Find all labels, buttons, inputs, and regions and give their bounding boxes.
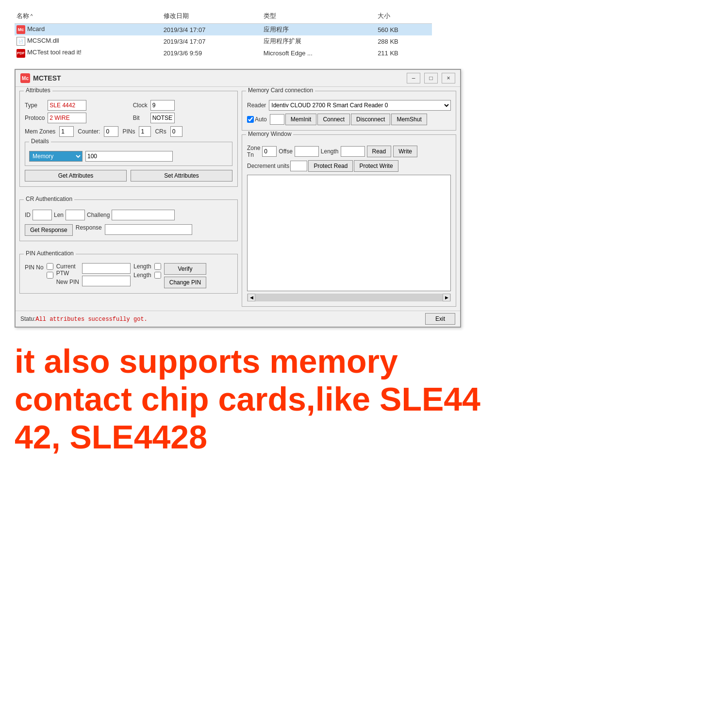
scroll-right-arrow[interactable]: ▶ — [443, 294, 450, 301]
disconnect-button[interactable]: Disconnect — [351, 114, 390, 125]
attributes-legend: Attributes — [24, 87, 52, 94]
new-pin-label: New PIN — [56, 279, 79, 285]
details-value-input[interactable] — [85, 151, 173, 162]
verify-button[interactable]: Verify — [164, 263, 206, 275]
col-name[interactable]: 名称 — [15, 10, 162, 24]
write-button[interactable]: Write — [393, 146, 417, 157]
details-dropdown[interactable]: MemoryCounterCR — [29, 151, 83, 162]
exit-button[interactable]: Exit — [425, 313, 455, 325]
cr-auth-group: CR Authentication ID Len Challeng Get Re… — [19, 199, 238, 241]
mem-shut-button[interactable]: MemShut — [391, 114, 427, 125]
bottom-text: it also supports memory contact chip car… — [15, 342, 524, 456]
minimize-button[interactable]: – — [407, 73, 420, 83]
reader-select[interactable]: Identiv CLOUD 2700 R Smart Card Reader 0 — [269, 100, 451, 111]
pin-no-checkbox[interactable] — [47, 263, 53, 270]
counter-input[interactable] — [104, 126, 118, 137]
protect-row: Decrement units Protect Read Protect Wri… — [247, 160, 451, 172]
cr-response-label: Response — [76, 224, 102, 236]
auto-checkbox[interactable] — [247, 116, 254, 123]
pin-no-label: PIN No — [25, 263, 44, 271]
cr-challenge-input[interactable] — [112, 210, 175, 220]
clock-input[interactable] — [150, 100, 175, 111]
scroll-track[interactable] — [255, 294, 443, 301]
pins-label: PINs — [122, 128, 135, 135]
length1-label: Length — [133, 263, 151, 270]
protect-write-button[interactable]: Protect Write — [354, 160, 398, 172]
decrement-label: Decrement units — [247, 163, 289, 169]
col-size[interactable]: 大小 — [376, 10, 432, 24]
file-name: 📄MCSCM.dll — [15, 35, 162, 47]
cr-len-label: Len — [54, 212, 64, 218]
read-button[interactable]: Read — [367, 146, 392, 157]
length2-label: Length — [133, 272, 151, 279]
set-attributes-button[interactable]: Set Attributes — [131, 170, 232, 182]
cr-id-label: ID — [25, 212, 31, 218]
crs-label: CRs — [155, 128, 166, 135]
details-legend: Details — [29, 138, 51, 145]
cr-id-input[interactable] — [33, 210, 52, 220]
clock-label: Clock — [133, 102, 148, 109]
pin-labels-col: Current PTW New PIN — [56, 263, 79, 285]
bit-label: Bit — [133, 115, 148, 121]
status-label: Statu: — [20, 315, 35, 322]
cr-challenge-label: Challeng — [87, 212, 110, 218]
window-body: Attributes Type Clock Protoco Bit Mem Zo… — [16, 87, 460, 311]
pin-rows: PIN No Current PTW New PIN — [25, 263, 232, 288]
current-ptw-label: Current PTW — [56, 263, 79, 277]
file-row[interactable]: 📄MCSCM.dll 2019/3/4 17:07 应用程序扩展 288 KB — [15, 35, 432, 47]
connect-button[interactable]: Connect — [317, 114, 350, 125]
memory-window-group: Memory Window Zone Tn Offse Length Read … — [242, 134, 456, 307]
col-date[interactable]: 修改日期 — [162, 10, 262, 24]
zone-input[interactable] — [262, 146, 277, 157]
length1-checkbox[interactable] — [154, 263, 161, 270]
pin-checkbox2[interactable] — [47, 272, 53, 279]
file-type: 应用程序 — [262, 24, 376, 36]
file-row[interactable]: McMcard 2019/3/4 17:07 应用程序 560 KB — [15, 24, 432, 36]
right-panel: Memory Card connection Reader Identiv CL… — [242, 91, 456, 307]
scroll-left-arrow[interactable]: ◀ — [248, 294, 255, 301]
change-pin-button[interactable]: Change PIN — [164, 277, 206, 288]
decrement-input[interactable] — [290, 161, 307, 171]
get-attributes-button[interactable]: Get Attributes — [25, 170, 127, 182]
length-input[interactable] — [341, 146, 365, 157]
cr-response-input[interactable] — [105, 224, 192, 235]
mem-zones-input[interactable] — [59, 126, 74, 137]
memory-textarea[interactable] — [247, 175, 451, 291]
mw-length-label: Length — [321, 148, 339, 155]
close-button[interactable]: × — [442, 73, 455, 83]
type-input[interactable] — [48, 100, 86, 111]
col-type[interactable]: 类型 — [262, 10, 376, 24]
offset-input[interactable] — [295, 146, 319, 157]
pin-auth-group: PIN Authentication PIN No Current PTW Ne… — [19, 254, 238, 294]
cr-buttons: Get Response Response — [25, 224, 232, 236]
protocol-input[interactable] — [48, 113, 86, 123]
file-name: McMcard — [15, 24, 162, 36]
file-row[interactable]: PDFMCTest tool read it! 2019/3/6 9:59 Mi… — [15, 47, 432, 59]
new-pin-input[interactable] — [82, 276, 131, 286]
pin-action-buttons: Verify Change PIN — [164, 263, 206, 288]
crs-input[interactable] — [170, 126, 182, 137]
maximize-button[interactable]: □ — [424, 73, 438, 83]
dll-icon: 📄 — [17, 37, 25, 46]
titlebar-left: Mc MCTEST — [20, 73, 61, 83]
attributes-group: Attributes Type Clock Protoco Bit Mem Zo… — [19, 91, 238, 187]
pdf-icon: PDF — [17, 49, 25, 58]
reader-row: Reader Identiv CLOUD 2700 R Smart Card R… — [247, 100, 451, 111]
mem-card-legend: Memory Card connection — [246, 87, 315, 94]
get-response-button[interactable]: Get Response — [25, 224, 73, 236]
horizontal-scrollbar[interactable]: ◀ ▶ — [247, 294, 451, 301]
mem-zones-row: Mem Zones Counter: PINs CRs — [25, 126, 232, 137]
pin-length-labels: Length Length — [133, 263, 151, 279]
mem-zones-label: Mem Zones — [25, 128, 55, 135]
pins-input[interactable] — [139, 126, 151, 137]
mem-init-button[interactable]: MemInit — [285, 114, 317, 125]
current-pin-input[interactable] — [82, 263, 131, 274]
bit-input[interactable] — [150, 113, 175, 123]
protect-read-button[interactable]: Protect Read — [308, 160, 353, 172]
protocol-label: Protoco — [25, 115, 45, 121]
cr-len-input[interactable] — [66, 210, 85, 220]
auto-input[interactable] — [270, 114, 284, 125]
length2-checkbox[interactable] — [154, 272, 161, 279]
reader-label: Reader — [247, 102, 266, 109]
pin-checkbox-col — [47, 263, 53, 279]
